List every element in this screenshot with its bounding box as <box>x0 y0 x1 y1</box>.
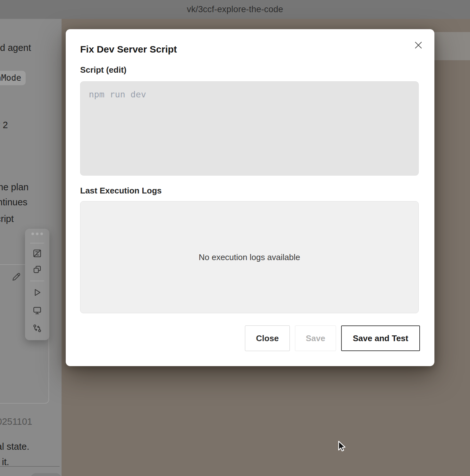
chat-text-fragment: y 2 <box>0 120 8 130</box>
monitor-icon[interactable] <box>32 306 42 315</box>
fix-dev-server-dialog: Fix Dev Server Script Script (edit) Last… <box>66 29 434 366</box>
dialog-title: Fix Dev Server Script <box>80 44 177 55</box>
copy-icon[interactable] <box>32 265 42 274</box>
timestamp-fragment: 0251101 <box>0 416 32 427</box>
window-titlebar: vk/3ccf-explore-the-code <box>0 0 470 19</box>
screenshot-logo-icon[interactable] <box>32 249 42 258</box>
drag-handle-dots[interactable] <box>25 233 49 235</box>
script-input[interactable] <box>80 81 419 176</box>
chat-text-fragment: d agent <box>0 43 31 53</box>
chat-text-fragment: cript <box>0 214 14 224</box>
divider <box>0 466 60 467</box>
git-compare-icon[interactable] <box>32 324 42 333</box>
window-title: vk/3ccf-explore-the-code <box>187 4 283 14</box>
palette-divider <box>30 243 44 243</box>
close-icon[interactable] <box>413 40 424 50</box>
script-label: Script (edit) <box>80 65 126 75</box>
mouse-cursor-icon <box>337 440 346 454</box>
pencil-icon[interactable] <box>12 272 21 282</box>
chat-text-fragment: ntinues <box>0 197 28 208</box>
partial-bottom-button[interactable] <box>30 473 62 476</box>
chat-text-fragment: al state. <box>0 441 29 452</box>
play-icon[interactable] <box>32 288 42 297</box>
mode-badge: nMode <box>0 71 26 85</box>
logs-panel: No execution logs available <box>80 201 419 313</box>
dialog-actions: Close Save Save and Test <box>80 325 420 351</box>
logs-empty-message: No execution logs available <box>199 252 300 262</box>
chat-text-fragment: he plan <box>0 182 29 193</box>
save-button[interactable]: Save <box>295 325 336 351</box>
palette-divider <box>30 281 44 281</box>
save-and-test-button[interactable]: Save and Test <box>341 325 420 351</box>
chat-sidebar-backdrop: d agent nMode y 2 he plan ntinues cript <box>0 19 62 476</box>
logs-label: Last Execution Logs <box>80 186 162 196</box>
floating-tool-palette <box>25 229 49 340</box>
close-button[interactable]: Close <box>245 325 290 351</box>
app-window: vk/3ccf-explore-the-code d agent nMode y… <box>0 0 470 476</box>
